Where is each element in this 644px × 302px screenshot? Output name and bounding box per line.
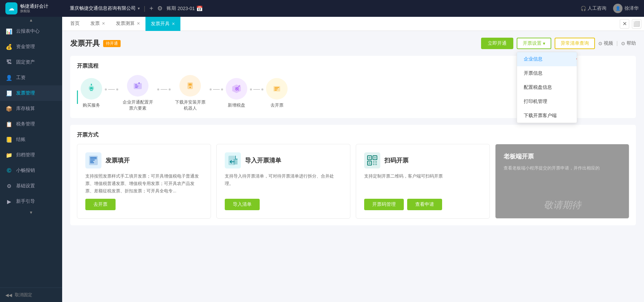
method-fill-desc: 支持按照发票样式手工填开发票；可开具增值税电子普通发票、增值税普通发票、增值税专…	[85, 173, 203, 195]
sidebar-label-xinshouyin: 新手引导	[16, 198, 35, 204]
sidebar-label-yunbao: 云报表中心	[16, 28, 40, 34]
tab-fapiaocesuan[interactable]: 发票测算 ✕	[111, 17, 145, 31]
sidebar-label-guidang: 归档管理	[16, 152, 35, 158]
tab-home-label: 首页	[70, 21, 80, 27]
sidebar-scroll-up[interactable]: ▲	[0, 17, 62, 24]
flow-step-2: 企业开通配置开票六要素	[121, 75, 155, 111]
settings-dropdown-menu: 企业信息 开票信息 配置税盘信息 打印机管理	[517, 52, 577, 123]
company-name: 重庆畅捷交通信息咨询有限公司	[70, 5, 136, 11]
sidebar-item-shuiwu[interactable]: 📋 税务管理	[0, 116, 62, 132]
tab-restore-button[interactable]: ⬜	[632, 19, 641, 29]
settings-dropdown-wrapper: 开票设置 ▾	[517, 38, 551, 49]
method-card-boss: 老板端开票 查看老板端小程序提交的开票申请，并作出相应的 敬请期待	[495, 144, 629, 219]
period-label: 账期	[167, 5, 176, 11]
svg-rect-38	[373, 161, 375, 163]
logo-text-block: 畅捷通好会计 旗舰版	[20, 3, 48, 14]
settings-chevron-icon: ▾	[543, 41, 545, 46]
dot	[250, 88, 252, 90]
tab-fapiaocesuan-close[interactable]: ✕	[137, 22, 140, 26]
company-selector[interactable]: 重庆畅捷交通信息咨询有限公司 ▾	[70, 5, 140, 11]
sidebar-label-jiezhang: 结账	[16, 137, 26, 143]
dropdown-label-kaipiao: 开票信息	[524, 70, 543, 76]
scan-view-apply-button[interactable]: 查看申请	[407, 199, 442, 210]
help-button[interactable]: ⊙ 帮助	[621, 40, 636, 46]
sidebar-item-jichushezhi[interactable]: ⚙ 基础设置	[0, 178, 62, 194]
activate-button[interactable]: 立即开通	[481, 38, 513, 49]
settings-icon[interactable]: ⚙	[157, 5, 163, 12]
svg-rect-7	[135, 86, 138, 86]
flow-step-label-1: 购买服务	[83, 102, 100, 108]
dot	[261, 88, 263, 90]
sidebar-item-zijin[interactable]: 💰 资金管理	[0, 39, 62, 54]
flow-connector-3	[207, 88, 226, 90]
dropdown-item-kaipiao[interactable]: 开票信息	[517, 66, 577, 80]
dropdown-label-qiye: 企业信息	[524, 56, 543, 62]
tab-fapiao-close[interactable]: ✕	[102, 22, 105, 26]
tab-home[interactable]: 首页	[65, 17, 85, 31]
dot	[210, 88, 212, 90]
method-import-title: 导入开票清单	[245, 156, 281, 164]
sidebar-label-zijin: 资金管理	[16, 44, 35, 50]
main-area: 首页 发票 ✕ 发票测算 ✕ 发票开具 ✕ ✕ ⬜	[62, 17, 644, 302]
tab-fapiaokaiiju[interactable]: 发票开具 ✕	[145, 17, 180, 31]
scan-qr-manage-button[interactable]: 开票码管理	[364, 199, 404, 210]
sidebar-item-gongzi[interactable]: 👤 工资	[0, 70, 62, 85]
tab-fapiao[interactable]: 发票 ✕	[85, 17, 111, 31]
flow-step-label-3: 下载并安装开票机器人	[173, 99, 207, 111]
dropdown-item-dayin[interactable]: 打印机管理	[517, 95, 577, 109]
scan-buttons: 开票码管理 查看申请	[364, 199, 481, 210]
svg-rect-40	[373, 163, 375, 165]
tab-fapiaokaiiju-close[interactable]: ✕	[172, 22, 175, 26]
layout: ▲ 📊 云报表中心 💰 资金管理 🏗 固定资产 👤 工资 🧾 发票管理 📦 库存…	[0, 17, 644, 302]
sidebar-item-yunbao[interactable]: 📊 云报表中心	[0, 24, 62, 39]
page-header: 发票开具 待开通 立即开通 开票设置 ▾	[70, 38, 636, 49]
logo-area: ☁ 畅捷通好会计 旗舰版	[5, 2, 66, 14]
dropdown-item-peizhi[interactable]: 配置税盘信息	[517, 80, 577, 95]
flow-step-1: 购买服务	[81, 78, 102, 108]
fill-invoice-button[interactable]: 去开票	[85, 199, 116, 210]
add-button[interactable]: +	[149, 5, 154, 12]
video-button[interactable]: ⊙ 视频	[598, 40, 613, 46]
settings-button[interactable]: 开票设置 ▾	[517, 38, 551, 49]
header: ☁ 畅捷通好会计 旗舰版 重庆畅捷交通信息咨询有限公司 ▾ | + ⚙ 账期 2…	[0, 0, 644, 17]
svg-rect-8	[135, 87, 138, 88]
dot	[169, 88, 171, 90]
svg-point-13	[189, 87, 191, 88]
abnormal-button[interactable]: 异常清单查询	[555, 38, 595, 49]
svg-rect-21	[274, 87, 279, 88]
flow-step-label-5: 去开票	[270, 102, 284, 108]
tab-fapiaocesuan-label: 发票测算	[116, 21, 135, 27]
jiezhang-icon: 📒	[5, 136, 13, 143]
sidebar-item-kucun[interactable]: 📦 库存核算	[0, 101, 62, 116]
sidebar-unpin-button[interactable]: ◀◀ 取消固定	[0, 288, 62, 302]
sidebar-item-fapiao[interactable]: 🧾 发票管理	[0, 85, 62, 101]
red-arrow-icon	[576, 55, 577, 63]
sidebar-item-xinshouyin[interactable]: ▶ 新手引导	[0, 194, 62, 209]
xinshouyin-icon: ▶	[5, 198, 13, 205]
headset-icon: 🎧	[581, 6, 586, 11]
sidebar-item-jiezhang[interactable]: 📒 结账	[0, 132, 62, 147]
svg-rect-27	[90, 160, 95, 160]
flow-connector-2	[155, 88, 173, 90]
consult-button[interactable]: 🎧 人工咨询	[581, 5, 606, 11]
dot	[157, 88, 159, 90]
tab-close-button[interactable]: ✕	[620, 19, 629, 29]
sidebar-item-guding[interactable]: 🏗 固定资产	[0, 54, 62, 70]
method-fill-title: 发票填开	[105, 156, 130, 164]
scan-invoice-icon	[364, 152, 380, 168]
dropdown-item-xiazai[interactable]: 下载开票客户端	[517, 109, 577, 123]
sidebar-scroll-down[interactable]: ▼	[0, 209, 62, 216]
tabs-actions: ✕ ⬜	[620, 19, 641, 29]
method-import-desc: 支持导入待开票清单，可对待开票清单进行拆分、合并处理。	[225, 173, 342, 187]
pin-icon: ◀◀	[5, 293, 12, 298]
dropdown-item-qiye[interactable]: 企业信息	[517, 52, 577, 66]
sidebar-item-xiaochang[interactable]: © 小畅报销	[0, 163, 62, 178]
line	[253, 89, 260, 90]
sidebar-item-guidang[interactable]: 📁 归档管理	[0, 147, 62, 163]
calendar-icon[interactable]: 📅	[196, 5, 203, 12]
import-invoice-button[interactable]: 导入清单	[225, 199, 260, 210]
svg-text:税: 税	[235, 87, 239, 91]
user-menu[interactable]: 👤 徐泽华	[613, 4, 639, 13]
help-icon: ⊙	[621, 41, 625, 46]
flow-connector-4	[247, 88, 266, 90]
